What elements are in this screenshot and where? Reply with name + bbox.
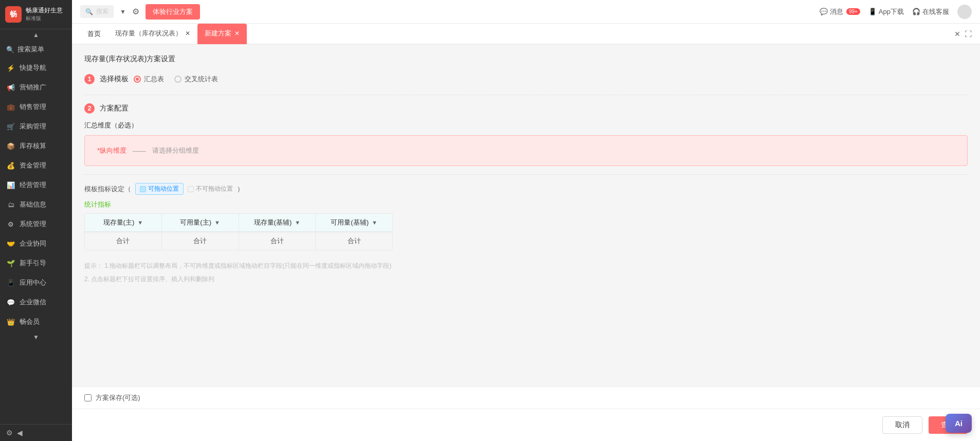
avatar[interactable] — [957, 5, 972, 19]
sidebar-item-sales[interactable]: 💼 销售管理 — [0, 97, 72, 117]
message-item[interactable]: 💬 消息 99+ — [820, 7, 860, 16]
save-checkbox[interactable] — [84, 394, 92, 401]
sidebar-item-wechat[interactable]: 💬 企业微信 — [0, 292, 72, 312]
radio-summary-dot — [134, 76, 141, 83]
radio-cross-dot — [174, 76, 182, 83]
sidebar-item-label: 新手引导 — [20, 259, 46, 268]
radio-summary-label: 汇总表 — [144, 75, 164, 84]
sidebar-item-quick-nav[interactable]: ⚡ 快捷导航 — [0, 58, 72, 78]
tab-new-scheme[interactable]: 新建方案 ✕ — [197, 24, 247, 44]
sidebar-logo: 畅 畅康通好生意 标准版 — [0, 0, 72, 29]
topbar-dropdown-btn[interactable]: ▼ — [120, 8, 126, 15]
stat-col-3-dropdown[interactable]: ▼ — [372, 219, 377, 226]
tabs-bar: 首页 现存量（库存状况表） ✕ 新建方案 ✕ ✕ ⛶ — [72, 24, 980, 44]
topbar-search-icon: 🔍 — [85, 8, 93, 15]
stat-col-0[interactable]: 现存量(主) ▼ — [85, 214, 162, 231]
operations-icon: 📊 — [6, 180, 15, 190]
member-icon: 👑 — [6, 317, 15, 326]
tab-inventory-close[interactable]: ✕ — [185, 30, 190, 36]
sidebar-item-basic-info[interactable]: 🗂 基础信息 — [0, 195, 72, 214]
main-area: 🔍 搜索 ▼ ⚙ 体验行业方案 💬 消息 99+ 📱 App下载 🎧 在线客服 — [72, 0, 980, 441]
stat-col-2-label: 现存量(基辅) — [254, 218, 292, 227]
sidebar-scroll-up[interactable]: ▲ — [0, 29, 72, 41]
stat-cell-0-3: 合计 — [316, 232, 392, 250]
close-panel-btn[interactable]: ✕ — [954, 30, 960, 38]
sidebar-item-enterprise[interactable]: 🤝 企业协同 — [0, 234, 72, 253]
indicator-fixed-badge: 不可拖动位置 — [188, 185, 233, 193]
sidebar-item-new-guide[interactable]: 🌱 新手引导 — [0, 253, 72, 273]
divider-1 — [84, 95, 968, 95]
stat-col-2[interactable]: 现存量(基辅) ▼ — [239, 214, 316, 231]
tip-2: 2. 点击标题栏下拉可设置排序、插入列和删除列 — [84, 274, 968, 285]
new-guide-icon: 🌱 — [6, 259, 15, 268]
dimension-label: 汇总维度（必选） — [84, 121, 968, 130]
tab-home[interactable]: 首页 — [80, 24, 108, 44]
stat-col-3[interactable]: 可用量(基辅) ▼ — [316, 214, 392, 231]
settings-btn[interactable]: ⚙ — [6, 429, 13, 437]
topbar-right: 💬 消息 99+ 📱 App下载 🎧 在线客服 — [820, 5, 972, 19]
message-icon: 💬 — [820, 8, 828, 15]
inventory-icon: 📦 — [6, 141, 15, 151]
quick-nav-icon: ⚡ — [6, 63, 15, 72]
page-title: 现存量(库存状况表)方案设置 — [84, 54, 968, 64]
online-service-item[interactable]: 🎧 在线客服 — [912, 7, 949, 16]
radio-cross[interactable]: 交叉统计表 — [174, 75, 218, 84]
tab-inventory-status[interactable]: 现存量（库存状况表） ✕ — [108, 24, 197, 44]
fixed-color-box — [188, 186, 194, 192]
stat-table-row-0: 合计 合计 合计 合计 — [85, 232, 392, 250]
app-center-icon: 📱 — [6, 278, 15, 287]
sidebar-item-operations[interactable]: 📊 经营管理 — [0, 175, 72, 195]
radio-summary[interactable]: 汇总表 — [134, 75, 164, 84]
sidebar-search-item[interactable]: 🔍 搜索菜单 — [0, 41, 72, 58]
stat-col-0-dropdown[interactable]: ▼ — [137, 219, 143, 226]
stat-col-1[interactable]: 可用量(主) ▼ — [162, 214, 239, 231]
dimension-box[interactable]: *纵向维度 —— 请选择分组维度 — [84, 135, 968, 166]
tab-new-scheme-close[interactable]: ✕ — [234, 30, 240, 36]
cancel-button[interactable]: 取消 — [882, 416, 922, 434]
expand-panel-btn[interactable]: ⛶ — [965, 30, 972, 38]
sidebar-item-label: 企业微信 — [20, 298, 46, 307]
content-main: 现存量(库存状况表)方案设置 1 选择模板 汇总表 — [72, 44, 980, 305]
stat-table-header: 现存量(主) ▼ 可用量(主) ▼ 现存量(基辅) ▼ — [85, 214, 392, 232]
sidebar-item-inventory[interactable]: 📦 库存核算 — [0, 136, 72, 156]
wechat-icon: 💬 — [6, 298, 15, 307]
message-label: 消息 — [830, 7, 843, 16]
template-radio-group: 汇总表 交叉统计表 — [134, 75, 218, 84]
footer: 取消 查询 — [72, 409, 980, 441]
indicator-label-prefix: 模板指标设定（ — [84, 185, 131, 194]
stat-col-2-dropdown[interactable]: ▼ — [295, 219, 300, 226]
topbar-search[interactable]: 🔍 搜索 — [80, 5, 114, 18]
ai-button[interactable]: Ai — [946, 414, 972, 433]
save-label: 方案保存(可选) — [96, 393, 140, 402]
sidebar-item-member[interactable]: 👑 畅会员 — [0, 312, 72, 332]
industry-btn[interactable]: 体验行业方案 — [146, 4, 200, 20]
topbar-gear-btn[interactable]: ⚙ — [132, 7, 139, 16]
tip-1: 提示： 1.拖动标题栏可以调整布局，不可跨维度或指标区域拖动栏目字段(只能在同一… — [84, 261, 968, 272]
sidebar-item-purchase[interactable]: 🛒 采购管理 — [0, 117, 72, 136]
sidebar-item-label: 应用中心 — [20, 278, 46, 287]
sidebar-item-finance[interactable]: 💰 资金管理 — [0, 156, 72, 175]
sidebar-item-label: 快捷导航 — [20, 63, 46, 72]
purchase-icon: 🛒 — [6, 122, 15, 131]
app-download-item[interactable]: 📱 App下载 — [868, 7, 904, 16]
basic-info-icon: 🗂 — [6, 200, 15, 209]
collapse-btn[interactable]: ◀ — [17, 429, 23, 437]
tab-inventory-label: 现存量（库存状况表） — [115, 29, 182, 38]
sidebar-item-marketing[interactable]: 📢 营销推广 — [0, 78, 72, 97]
sidebar-item-app-center[interactable]: 📱 应用中心 — [0, 273, 72, 292]
stat-col-1-dropdown[interactable]: ▼ — [214, 219, 220, 226]
app-download-icon: 📱 — [868, 8, 877, 15]
sidebar-item-system[interactable]: ⚙ 系统管理 — [0, 214, 72, 234]
system-icon: ⚙ — [6, 219, 15, 229]
app-download-label: App下载 — [879, 7, 904, 16]
radio-cross-label: 交叉统计表 — [185, 75, 218, 84]
finance-icon: 💰 — [6, 161, 15, 170]
content-scroll-area: 现存量(库存状况表)方案设置 1 选择模板 汇总表 — [72, 44, 980, 387]
section-1-num: 1 — [84, 74, 95, 84]
stat-cell-0-2: 合计 — [239, 232, 316, 250]
headset-icon: 🎧 — [912, 8, 920, 15]
sidebar-scroll-down[interactable]: ▼ — [0, 332, 72, 343]
sidebar-bottom: ⚙ ◀ — [0, 424, 72, 441]
fixed-label: 不可拖动位置 — [196, 185, 233, 193]
section-1: 1 选择模板 汇总表 交叉统计表 — [84, 74, 968, 84]
